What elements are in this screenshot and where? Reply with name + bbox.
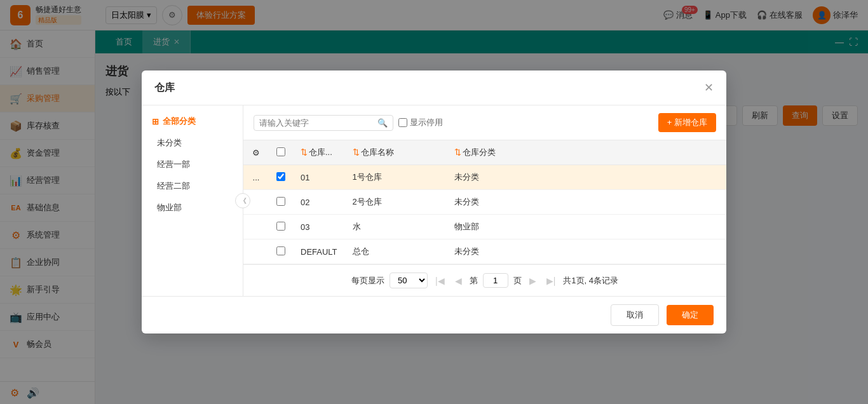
row-code: 03: [293, 215, 345, 239]
add-warehouse-button[interactable]: + 新增仓库: [658, 113, 716, 132]
modal-body: ⊞ 全部分类 未分类 经营一部 经营二部 物业部 《 🔍: [142, 105, 726, 296]
row-checkbox[interactable]: [276, 246, 285, 255]
table-row[interactable]: ... 01 1号仓库 未分类: [243, 165, 726, 190]
search-box: 🔍: [254, 115, 393, 131]
row-code: DEFAULT: [293, 239, 345, 264]
name-col-header: ⇅仓库名称: [345, 140, 447, 165]
row-code: 02: [293, 190, 345, 215]
category-col-header: ⇅仓库分类: [447, 140, 726, 165]
grid-icon: ⊞: [152, 117, 159, 126]
page-last-button[interactable]: ▶|: [544, 276, 559, 286]
content-toolbar: 🔍 显示停用 + 新增仓库: [243, 105, 726, 140]
page-next-button[interactable]: ▶: [527, 276, 539, 286]
table-row[interactable]: DEFAULT 总仓 未分类: [243, 239, 726, 264]
row-gear: [243, 215, 269, 239]
row-checkbox-cell: [269, 239, 293, 264]
modal-title: 仓库: [154, 81, 175, 95]
row-category: 未分类: [447, 239, 726, 264]
per-page-select[interactable]: 50 100: [390, 273, 428, 288]
row-name: 总仓: [345, 239, 447, 264]
category-all[interactable]: ⊞ 全部分类: [142, 111, 243, 132]
page-number-input[interactable]: [483, 273, 508, 288]
code-col-header: ⇅仓库...: [293, 140, 345, 165]
row-category: 物业部: [447, 215, 726, 239]
checkbox-col-header: [269, 140, 293, 165]
confirm-button[interactable]: 确定: [667, 305, 714, 325]
table-header-row: ⚙ ⇅仓库... ⇅仓库名称: [243, 140, 726, 165]
row-checkbox-cell: [269, 215, 293, 239]
row-gear: ...: [243, 165, 269, 190]
row-checkbox-cell: [269, 165, 293, 190]
modal-footer: 取消 确定: [142, 296, 726, 333]
row-name: 水: [345, 215, 447, 239]
row-code: 01: [293, 165, 345, 190]
category-operation2[interactable]: 经营二部: [142, 175, 243, 197]
row-checkbox[interactable]: [276, 222, 285, 231]
page-first-button[interactable]: |◀: [433, 276, 447, 286]
warehouse-modal: 仓库 ✕ ⊞ 全部分类 未分类 经营一部 经营二部 物业部 《: [142, 71, 726, 333]
row-category: 未分类: [447, 165, 726, 190]
gear-col-header: ⚙: [243, 140, 269, 165]
page-prev-button[interactable]: ◀: [452, 276, 465, 286]
collapse-panel-button[interactable]: 《: [235, 193, 250, 208]
modal-overlay: 仓库 ✕ ⊞ 全部分类 未分类 经营一部 经营二部 物业部 《: [0, 0, 868, 404]
row-name: 2号仓库: [345, 190, 447, 215]
search-input[interactable]: [259, 118, 374, 128]
row-checkbox[interactable]: [276, 197, 285, 206]
table-row[interactable]: 03 水 物业部: [243, 215, 726, 239]
category-operation1[interactable]: 经营一部: [142, 154, 243, 175]
category-property[interactable]: 物业部: [142, 197, 243, 219]
cancel-button[interactable]: 取消: [611, 304, 659, 326]
content-panel: 🔍 显示停用 + 新增仓库 ⚙: [243, 105, 726, 296]
warehouse-table: ⚙ ⇅仓库... ⇅仓库名称: [243, 140, 726, 264]
modal-close-icon[interactable]: ✕: [704, 81, 714, 95]
show-disabled-checkbox[interactable]: [398, 118, 407, 127]
category-unclassified[interactable]: 未分类: [142, 132, 243, 154]
row-gear: [243, 239, 269, 264]
select-all-checkbox[interactable]: [276, 147, 285, 156]
row-checkbox-cell: [269, 190, 293, 215]
row-name: 1号仓库: [345, 165, 447, 190]
table-row[interactable]: 02 2号仓库 未分类: [243, 190, 726, 215]
modal-header: 仓库 ✕: [142, 71, 726, 105]
row-category: 未分类: [447, 190, 726, 215]
search-icon[interactable]: 🔍: [377, 118, 388, 128]
pagination: 每页显示 50 100 |◀ ◀ 第 页 ▶ ▶| 共1页, 4条记录: [243, 264, 726, 296]
row-checkbox[interactable]: [276, 172, 285, 181]
category-panel: ⊞ 全部分类 未分类 经营一部 经营二部 物业部 《: [142, 105, 243, 296]
show-disabled-label[interactable]: 显示停用: [398, 117, 443, 128]
